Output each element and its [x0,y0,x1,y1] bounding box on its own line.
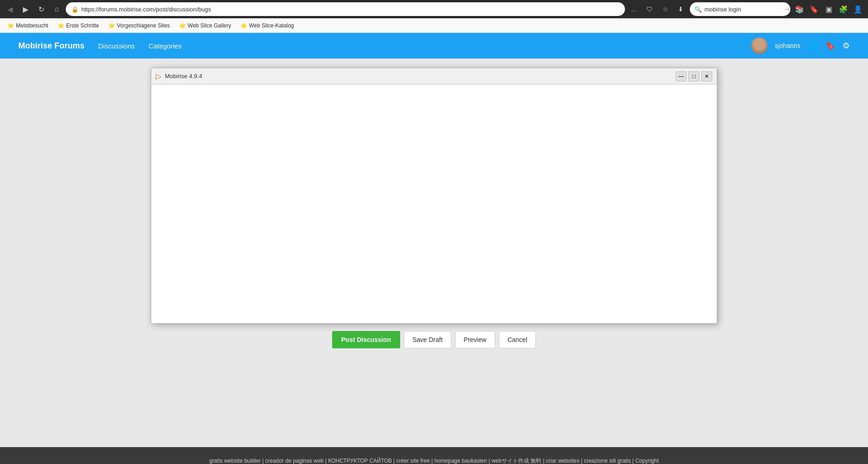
url-text: https://forums.mobirise.com/post/discuss… [81,6,619,13]
forward-button[interactable]: ▶ [19,3,32,16]
bookmark-star-icon-4: ⭐ [179,22,186,29]
bookmark-label-2: Erste Schritte [66,22,99,29]
close-button[interactable]: ✕ [701,71,712,81]
cancel-button[interactable]: Cancel [499,331,536,348]
back-button[interactable]: ◀ [4,3,16,16]
nav-username[interactable]: sjohanns [775,42,800,49]
nav-bookmark-icon[interactable]: 🔖 [825,41,835,51]
bookmark-star-icon: ⭐ [7,22,14,29]
bookmark-web-slice-katalog[interactable]: ⭐ Web Slice-Katalog [237,21,298,30]
site-nav-right: sjohanns 🌐 🔖 ⚙ [751,37,850,54]
search-go-button[interactable]: → [784,5,790,13]
modal-body [151,85,717,322]
action-buttons: Post Discussion Save Draft Preview Cance… [332,329,536,350]
browser-chrome: ◀ ▶ ↻ ⌂ 🔒 https://forums.mobirise.com/po… [0,0,868,33]
nav-settings-icon[interactable]: ⚙ [842,41,850,51]
save-draft-button[interactable]: Save Draft [404,331,451,348]
maximize-button[interactable]: □ [688,71,699,81]
browser-toolbar: ◀ ▶ ↻ ⌂ 🔒 https://forums.mobirise.com/po… [0,0,868,18]
shield-button[interactable]: 🛡 [643,3,656,16]
refresh-button[interactable]: ↻ [35,3,48,16]
home-button[interactable]: ⌂ [50,3,63,16]
star-button[interactable]: ☆ [659,3,672,16]
bookmark-meistbesucht[interactable]: ⭐ Meistbesucht [4,21,52,30]
search-bar[interactable]: 🔍 → [690,2,790,16]
avatar[interactable] [751,37,767,54]
site-footer: gratis website builder | creador de pagi… [0,447,868,464]
modal-title-buttons: — □ ✕ [676,71,712,81]
window-icon[interactable]: ▣ [822,3,835,16]
modal-titlebar: ▷ Mobirise 4.9.4 — □ ✕ [151,68,717,85]
bookmark-star-icon-5: ⭐ [240,22,247,29]
search-input[interactable] [704,6,781,13]
nav-globe-icon[interactable]: 🌐 [808,41,818,51]
bookmark-erste-schritte[interactable]: ⭐ Erste Schritte [54,21,103,30]
bookmark-label-5: Web Slice-Katalog [249,22,294,29]
download-button[interactable]: ⬇ [674,3,687,16]
site-nav-left: Mobirise Forums Discussions Categories [18,41,182,51]
bookmark-star-icon-3: ⭐ [108,22,115,29]
app-icon: ▷ [156,72,161,80]
site-brand[interactable]: Mobirise Forums [18,41,85,51]
bookmark-label-4: Web Slice Gallery [188,22,231,29]
modal-title-left: ▷ Mobirise 4.9.4 [156,72,202,80]
modal-title-text: Mobirise 4.9.4 [165,73,202,80]
bookmark-star-icon-2: ⭐ [58,22,64,29]
address-bar[interactable]: 🔒 https://forums.mobirise.com/post/discu… [66,2,625,16]
extensions-icon[interactable]: 🧩 [837,3,850,16]
bookmark-label-3: Vorgeschlagene Sites [117,22,170,29]
search-icon: 🔍 [694,6,702,13]
modal-window: ▷ Mobirise 4.9.4 — □ ✕ [151,68,717,324]
footer-line1: gratis website builder | creador de pagi… [18,456,850,464]
preview-button[interactable]: Preview [455,331,495,348]
lock-icon: 🔒 [71,6,79,13]
nav-categories[interactable]: Categories [148,42,182,50]
site-navbar: Mobirise Forums Discussions Categories s… [0,33,868,59]
post-discussion-button[interactable]: Post Discussion [332,331,400,348]
profile-icon[interactable]: 👤 [852,3,864,16]
bookmark-label: Meistbesucht [16,22,48,29]
bookmark-web-slice-gallery[interactable]: ⭐ Web Slice Gallery [175,21,235,30]
bookmark-icon[interactable]: 🔖 [808,3,820,16]
bookmark-vorgeschlagene[interactable]: ⭐ Vorgeschlagene Sites [105,21,174,30]
more-button[interactable]: … [628,3,640,16]
bookmarks-bar: ⭐ Meistbesucht ⭐ Erste Schritte ⭐ Vorges… [0,18,868,33]
minimize-button[interactable]: — [676,71,687,81]
profile-icons: 📚 🔖 ▣ 🧩 👤 [793,3,864,16]
library-icon[interactable]: 📚 [793,3,806,16]
nav-discussions[interactable]: Discussions [98,42,135,50]
page-content: ▷ Mobirise 4.9.4 — □ ✕ Post Discussion S… [0,59,868,447]
